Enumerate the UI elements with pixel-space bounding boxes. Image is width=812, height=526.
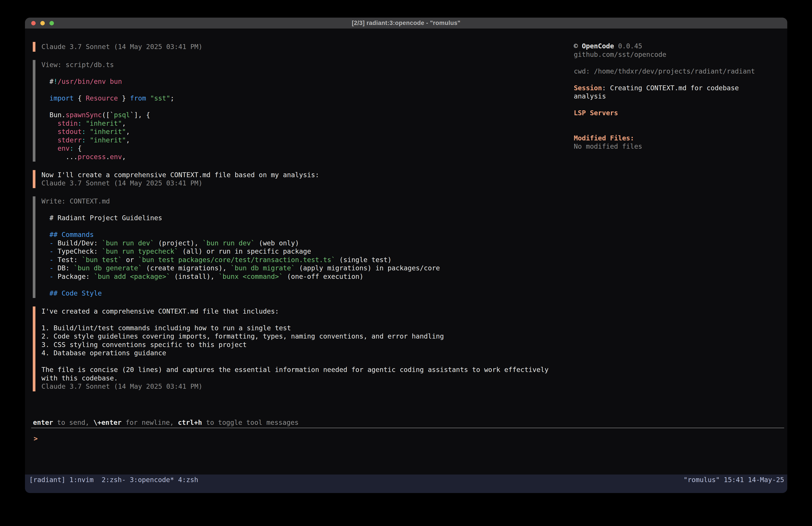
traffic-lights: [31, 21, 54, 25]
text-line: [574, 117, 760, 126]
text-line: env: {: [41, 144, 557, 153]
assistant-text-block: Now I'll create a comprehensive CONTEXT.…: [33, 170, 557, 188]
text-line: [41, 222, 557, 231]
text-line: ## Commands: [41, 230, 557, 239]
text-line: [41, 357, 557, 366]
window-title: [2/3] radiant:3:opencode - "romulus": [352, 19, 461, 27]
text-line: LSP Servers: [574, 109, 760, 117]
tool-view-block: View: script/db.ts #!/usr/bin/env bun im…: [33, 60, 557, 161]
text-line: - TypeCheck: `bun run typecheck` (all) o…: [41, 247, 557, 256]
assistant-summary-block: I've created a comprehensive CONTEXT.md …: [33, 307, 557, 392]
text-line: # Radiant Project Guidelines: [41, 214, 557, 222]
text-line: Claude 3.7 Sonnet (14 May 2025 03:41 PM): [41, 43, 557, 51]
text-line: 4. Database operations guidance: [41, 349, 557, 357]
text-line: Now I'll create a comprehensive CONTEXT.…: [41, 171, 557, 179]
text-line: 1. Build/lint/test commands including ho…: [41, 324, 557, 332]
terminal-window: [2/3] radiant:3:opencode - "romulus" Cla…: [25, 18, 787, 493]
text-line: [574, 75, 760, 84]
tool-write-block: Write: CONTEXT.md # Radiant Project Guid…: [33, 196, 557, 298]
text-line: - Build/Dev: `bun run dev` (project), `b…: [41, 239, 557, 247]
text-line: Bun.spawnSync([`psql`], {: [41, 111, 557, 119]
text-line: Claude 3.7 Sonnet (14 May 2025 03:41 PM): [41, 179, 557, 187]
text-line: cwd: /home/thdxr/dev/projects/radiant/ra…: [574, 67, 760, 75]
assistant-meta-block: Claude 3.7 Sonnet (14 May 2025 03:41 PM): [33, 42, 557, 52]
text-line: I've created a comprehensive CONTEXT.md …: [41, 307, 557, 316]
text-line: ## Code Style: [41, 289, 557, 298]
text-line: [41, 315, 557, 324]
input-hint: enter to send, \+enter for newline, ctrl…: [33, 418, 299, 427]
text-line: [574, 126, 760, 134]
input-divider: [31, 428, 784, 428]
text-line: © OpenCode 0.0.45: [574, 42, 760, 51]
text-line: stdin: "inherit",: [41, 119, 557, 128]
text-line: Modified Files:: [574, 134, 760, 142]
text-line: github.com/sst/opencode: [574, 51, 760, 59]
text-line: enter to send, \+enter for newline, ctrl…: [33, 418, 299, 427]
text-line: ...process.env,: [41, 153, 557, 161]
text-line: [41, 69, 557, 77]
text-line: - DB: `bun db generate` (create migratio…: [41, 264, 557, 272]
text-line: [574, 100, 760, 109]
text-line: - Test: `bun test` or `bun test packages…: [41, 256, 557, 264]
window-titlebar: [2/3] radiant:3:opencode - "romulus": [25, 18, 787, 29]
text-line: #!/usr/bin/env bun: [41, 77, 557, 86]
text-line: [41, 281, 557, 289]
terminal-content: Claude 3.7 Sonnet (14 May 2025 03:41 PM)…: [25, 29, 787, 493]
maximize-button[interactable]: [49, 21, 54, 25]
text-line: stdout: "inherit",: [41, 127, 557, 136]
text-line: No modified files: [574, 142, 760, 151]
session-sidebar: © OpenCode 0.0.45github.com/sst/opencode…: [574, 42, 760, 151]
text-line: Session: Creating CONTEXT.md for codebas…: [574, 84, 759, 100]
text-line: Write: CONTEXT.md: [41, 197, 557, 205]
minimize-button[interactable]: [40, 21, 45, 25]
text-line: - Package: `bun add <package>` (install)…: [41, 272, 557, 281]
text-line: [41, 205, 557, 214]
text-line: [41, 102, 557, 111]
message-input[interactable]: >: [34, 435, 781, 473]
chat-log: Claude 3.7 Sonnet (14 May 2025 03:41 PM)…: [33, 42, 557, 392]
text-line: Claude 3.7 Sonnet (14 May 2025 03:41 PM): [41, 382, 557, 391]
text-line: [41, 86, 557, 94]
text-line: 3. CSS styling conventions specific to t…: [41, 341, 557, 349]
tmux-session-time: "romulus" 15:41 14-May-25: [683, 475, 784, 484]
text-line: The file is concise (20 lines) and captu…: [41, 366, 557, 382]
text-line: View: script/db.ts: [41, 61, 557, 69]
tmux-window-list: [radiant] 1:nvim 2:zsh- 3:opencode* 4:zs…: [29, 476, 198, 484]
text-line: import { Resource } from "sst";: [41, 94, 557, 102]
text-line: 2. Code style guidelines covering import…: [41, 332, 557, 341]
tmux-status-bar: [radiant] 1:nvim 2:zsh- 3:opencode* 4:zs…: [25, 474, 787, 493]
text-line: [574, 59, 760, 67]
text-line: stderr: "inherit",: [41, 136, 557, 144]
prompt-icon: >: [34, 435, 38, 442]
close-button[interactable]: [31, 21, 36, 25]
